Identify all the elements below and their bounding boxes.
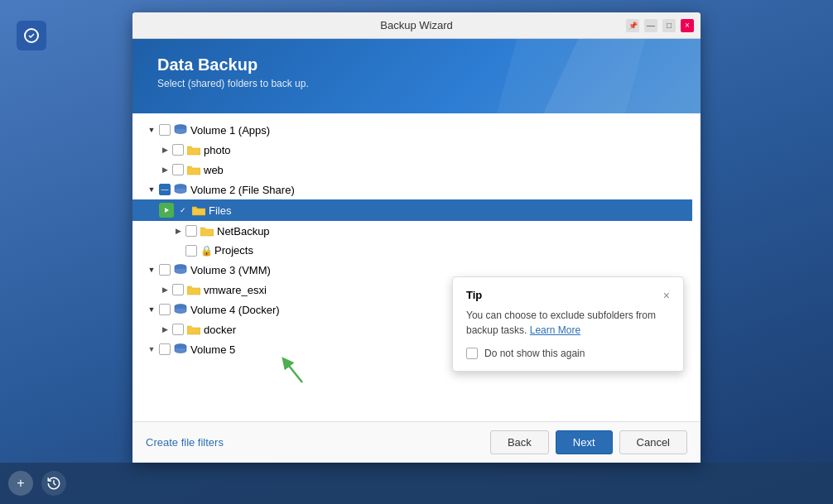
- expand-icon-vol2[interactable]: ▼: [146, 184, 157, 195]
- checkbox-web[interactable]: [172, 164, 184, 175]
- label-projects: Projects: [214, 244, 253, 257]
- expand-icon-files[interactable]: [159, 203, 174, 218]
- expand-icon-netbackup[interactable]: ▶: [172, 225, 184, 237]
- tip-body: You can choose to exclude subfolders fro…: [466, 308, 670, 338]
- window-close-button[interactable]: ×: [681, 19, 694, 32]
- label-vol5: Volume 5: [190, 343, 235, 356]
- tree-item-vol2[interactable]: ▼ Volume 2 (File Share): [132, 180, 692, 199]
- expand-icon-vol3[interactable]: ▼: [146, 264, 157, 276]
- expand-icon-vol5[interactable]: ▼: [146, 343, 157, 355]
- wizard-body: ▼ Volume 1 (Apps) ▶ photo ▶: [132, 113, 701, 421]
- label-web: web: [204, 164, 224, 176]
- expand-icon-photo[interactable]: ▶: [159, 144, 171, 156]
- folder-icon-docker: [187, 323, 200, 336]
- wizard-footer: Create file filters Back Next Cancel: [132, 421, 701, 463]
- db-icon-vol2: [174, 183, 187, 196]
- window-maximize-button[interactable]: □: [662, 19, 676, 32]
- expand-icon-docker[interactable]: ▶: [159, 324, 171, 335]
- window-titlebar: Backup Wizard 📌 — □ ×: [132, 12, 701, 39]
- folder-icon-photo: [187, 143, 200, 156]
- wizard-header: Data Backup Select (shared) folders to b…: [132, 39, 701, 113]
- taskbar-add-button[interactable]: +: [8, 471, 33, 496]
- label-docker: docker: [204, 324, 236, 336]
- folder-icon-netbackup: [200, 224, 214, 238]
- window-minimize-button[interactable]: —: [644, 19, 657, 32]
- backup-wizard-window: Backup Wizard 📌 — □ × Data Backup Select…: [132, 12, 701, 463]
- tree-container[interactable]: ▼ Volume 1 (Apps) ▶ photo ▶: [132, 113, 701, 421]
- tip-no-show-checkbox[interactable]: [466, 348, 478, 359]
- svg-marker-3: [165, 208, 169, 213]
- checkbox-vol5[interactable]: [159, 343, 171, 355]
- expand-icon-vol4[interactable]: ▼: [146, 304, 157, 315]
- label-vol3: Volume 3 (VMM): [190, 264, 271, 276]
- checkbox-vol3[interactable]: [159, 264, 171, 276]
- label-vol2: Volume 2 (File Share): [190, 184, 295, 196]
- create-file-filters-link[interactable]: Create file filters: [146, 436, 224, 449]
- label-files: Files: [209, 204, 231, 217]
- checkbox-docker[interactable]: [172, 324, 184, 335]
- expand-icon-vol1[interactable]: ▼: [146, 124, 157, 136]
- window-title: Backup Wizard: [380, 19, 452, 31]
- db-icon-vol4: [174, 303, 187, 316]
- cancel-button[interactable]: Cancel: [619, 430, 687, 454]
- tip-header: Tip ×: [466, 289, 670, 301]
- checkbox-files[interactable]: [177, 204, 189, 216]
- expand-icon-vmware[interactable]: ▶: [159, 284, 171, 295]
- tree-item-files[interactable]: Files: [132, 199, 692, 221]
- window-pin-button[interactable]: 📌: [626, 19, 639, 32]
- wizard-title: Data Backup: [157, 55, 676, 74]
- label-netbackup: NetBackup: [217, 225, 270, 238]
- checkbox-netbackup[interactable]: [185, 225, 197, 237]
- tip-popup: Tip × You can choose to exclude subfolde…: [452, 276, 684, 372]
- checkbox-photo[interactable]: [172, 144, 184, 156]
- next-button[interactable]: Next: [556, 430, 613, 454]
- checkbox-vmware[interactable]: [172, 284, 184, 295]
- label-vmware: vmware_esxi: [204, 284, 267, 296]
- app-icon[interactable]: [17, 21, 46, 50]
- label-vol1: Volume 1 (Apps): [190, 124, 270, 137]
- expand-icon-web[interactable]: ▶: [159, 164, 171, 175]
- label-vol4: Volume 4 (Docker): [190, 304, 280, 316]
- tree-item-projects[interactable]: ▶ 🔒 Projects: [132, 241, 692, 260]
- checkbox-vol2[interactable]: [159, 184, 171, 195]
- taskbar-history-button[interactable]: [41, 471, 66, 496]
- tip-learn-more-link[interactable]: Learn More: [530, 324, 580, 336]
- folder-icon-vmware: [187, 283, 200, 296]
- checkbox-vol1[interactable]: [159, 124, 171, 136]
- footer-buttons: Back Next Cancel: [490, 430, 687, 454]
- tip-no-show-label: Do not show this again: [484, 348, 585, 359]
- db-icon-vol1: [174, 123, 187, 137]
- tree-item-photo[interactable]: ▶ photo: [132, 140, 692, 160]
- tip-title: Tip: [466, 289, 482, 301]
- checkbox-projects[interactable]: [185, 245, 197, 257]
- checkbox-vol4[interactable]: [159, 304, 171, 315]
- folder-icon-files: [192, 204, 205, 217]
- folder-icon-web: [187, 163, 200, 176]
- window-controls: 📌 — □ ×: [626, 19, 694, 32]
- label-photo: photo: [204, 144, 231, 156]
- tree-item-vol1[interactable]: ▼ Volume 1 (Apps): [132, 120, 692, 140]
- tip-footer: Do not show this again: [466, 348, 670, 359]
- back-button[interactable]: Back: [490, 430, 549, 454]
- lock-icon-projects: 🔒: [200, 245, 213, 257]
- history-icon: [46, 476, 61, 491]
- tip-close-button[interactable]: ×: [663, 290, 670, 301]
- desktop-taskbar: +: [0, 463, 833, 504]
- db-icon-vol3: [174, 263, 187, 276]
- db-icon-vol5: [174, 343, 187, 356]
- wizard-subtitle: Select (shared) folders to back up.: [157, 78, 676, 89]
- tree-item-netbackup[interactable]: ▶ NetBackup: [132, 221, 692, 241]
- tree-item-web[interactable]: ▶ web: [132, 160, 692, 180]
